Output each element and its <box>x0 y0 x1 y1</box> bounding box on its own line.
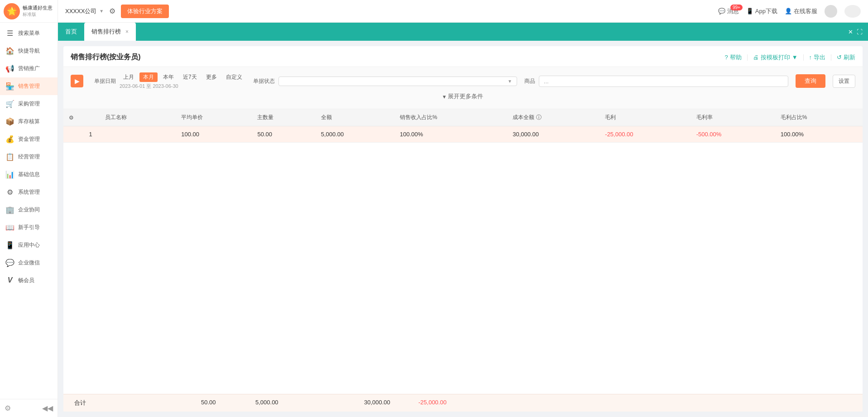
goods-label: 商品 <box>524 77 535 85</box>
sidebar-item-label: 快捷导航 <box>18 47 40 55</box>
tab-home[interactable]: 首页 <box>58 23 84 41</box>
guide-icon: 📖 <box>5 223 14 232</box>
print-label: 按模板打印 <box>761 53 790 62</box>
member-icon: V <box>5 276 14 284</box>
tab-sales-ranking-label: 销售排行榜 <box>91 28 121 36</box>
print-btn[interactable]: 🖨 按模板打印 ▼ <box>753 53 798 62</box>
col-rank <box>82 109 100 126</box>
page-title: 销售排行榜(按业务员) <box>71 53 141 62</box>
help-label: 帮助 <box>730 53 742 62</box>
row-cost: 30,000.00 <box>507 126 599 143</box>
table-footer: 合计 50.00 5,000.00 30,000.00 -25,000.00 <box>63 394 863 412</box>
sidebar-item-marketing[interactable]: 📢 营销推广 <box>0 60 58 77</box>
tabs-right-actions: ✕ ⛶ <box>848 29 868 35</box>
data-table: ⚙ 员工名称 平均单价 主数量 全额 销售收入占比% 成本全额 ⓘ 毛利 毛利率… <box>63 109 863 143</box>
tab-sales-ranking[interactable]: 销售排行榜 × <box>84 23 136 41</box>
status-select-arrow: ▼ <box>508 79 512 84</box>
status-label: 单据状态 <box>253 77 275 85</box>
goods-filter: 商品 ... <box>524 76 788 87</box>
sidebar-item-system[interactable]: ⚙ 系统管理 <box>0 183 58 201</box>
company-dropdown-arrow: ▼ <box>99 9 104 14</box>
date-tabs: 上月 本月 本年 近7天 更多 自定义 <box>120 72 246 82</box>
date-filter: 单据日期 上月 本月 本年 近7天 更多 自定义 2023-06-01 至 20… <box>94 72 246 90</box>
filter-settings-btn[interactable]: 设置 <box>833 75 855 88</box>
date-tab-custom[interactable]: 自定义 <box>222 72 246 82</box>
sidebar-item-member[interactable]: V 畅会员 <box>0 272 58 289</box>
service-label: 在线客服 <box>794 7 817 15</box>
sidebar-item-wechat[interactable]: 💬 企业微信 <box>0 254 58 272</box>
goods-input[interactable]: ... <box>539 76 788 87</box>
col-settings[interactable]: ⚙ <box>63 109 82 126</box>
sidebar-item-label: 企业协同 <box>18 206 40 214</box>
filter-toggle-btn[interactable]: ▶ <box>71 75 83 87</box>
row-name <box>100 126 176 143</box>
status-filter: 单据状态 ▼ <box>253 77 517 86</box>
table-row: 1 100.00 50.00 5,000.00 100.00% 30,000.0… <box>63 126 863 143</box>
industry-btn[interactable]: 体验行业方案 <box>121 5 169 18</box>
sidebar-item-app-center[interactable]: 📱 应用中心 <box>0 236 58 254</box>
service-btn[interactable]: 👤 在线客服 <box>785 7 817 15</box>
topbar-settings-icon[interactable]: ⚙ <box>109 7 115 15</box>
goods-more-icon: ... <box>544 78 549 85</box>
date-tab-this-month[interactable]: 本月 <box>139 72 158 82</box>
expand-row: ▾ 展开更多条件 <box>71 90 855 103</box>
export-label: 导出 <box>814 53 825 62</box>
page-header: 销售排行榜(按业务员) ? 帮助 🖨 按模板打印 ▼ ↑ <box>63 46 863 67</box>
company-selector[interactable]: XXXXX公司 ▼ <box>65 7 104 15</box>
col-name: 员工名称 <box>100 109 176 126</box>
sidebar-item-operations[interactable]: 📋 经营管理 <box>0 148 58 166</box>
sidebar-item-finance[interactable]: 💰 资金管理 <box>0 130 58 148</box>
date-tab-last-month[interactable]: 上月 <box>120 72 138 82</box>
query-btn[interactable]: 查询 <box>796 74 825 88</box>
col-gross-rate: 毛利率 <box>691 109 775 126</box>
content-inner: 销售排行榜(按业务员) ? 帮助 🖨 按模板打印 ▼ ↑ <box>63 46 863 412</box>
purchase-icon: 🛒 <box>5 100 14 108</box>
maximize-icon[interactable]: ⛶ <box>857 29 863 35</box>
content-area: 销售排行榜(按业务员) ? 帮助 🖨 按模板打印 ▼ ↑ <box>58 41 868 417</box>
refresh-icon: ↺ <box>837 54 842 61</box>
footer-qty: 50.00 <box>196 399 250 407</box>
refresh-btn[interactable]: ↺ 刷新 <box>837 53 855 62</box>
logo-sub: 标准版 <box>23 11 53 18</box>
row-gross-rate: -500.00% <box>691 126 775 143</box>
close-window-icon[interactable]: ✕ <box>848 29 853 35</box>
sidebar-item-label: 新手引导 <box>18 224 40 231</box>
sidebar-item-label: 基础信息 <box>18 171 40 178</box>
footer-amount: 5,000.00 <box>250 399 304 407</box>
wechat-icon: 💬 <box>5 259 14 267</box>
status-select[interactable]: ▼ <box>278 77 517 86</box>
main-area: XXXXX公司 ▼ ⚙ 体验行业方案 💬 消息 99+ 📱 App下载 👤 在线… <box>58 0 868 417</box>
app-download-btn[interactable]: 📱 App下载 <box>746 7 777 15</box>
service-icon: 👤 <box>785 8 792 14</box>
export-btn[interactable]: ↑ 导出 <box>809 53 826 62</box>
sidebar-item-enterprise[interactable]: 🏢 企业协同 <box>0 201 58 219</box>
tab-close-icon[interactable]: × <box>125 29 129 35</box>
sidebar: 🌟 畅康通好生意 标准版 ☰ 搜索菜单 🏠 快捷导航 📢 营销推广 🏪 销售管理… <box>0 0 58 417</box>
sidebar-item-inventory[interactable]: 📦 库存核算 <box>0 113 58 130</box>
sidebar-item-basic-info[interactable]: 📊 基础信息 <box>0 166 58 183</box>
date-tab-7days[interactable]: 近7天 <box>179 72 201 82</box>
sidebar-bottom: ⚙ ◀◀ <box>0 399 58 417</box>
settings-bottom-icon[interactable]: ⚙ <box>5 404 11 412</box>
message-btn[interactable]: 💬 消息 99+ <box>718 7 739 15</box>
date-tab-this-year[interactable]: 本年 <box>159 72 177 82</box>
help-btn[interactable]: ? 帮助 <box>724 53 741 62</box>
sidebar-item-sales[interactable]: 🏪 销售管理 <box>0 77 58 95</box>
inventory-icon: 📦 <box>5 117 14 126</box>
sidebar-item-label: 库存核算 <box>18 118 40 125</box>
sidebar-item-quick-nav[interactable]: 🏠 快捷导航 <box>0 42 58 60</box>
app-download-label: App下载 <box>755 7 777 15</box>
home-icon: 🏠 <box>5 47 14 55</box>
sidebar-nav: ☰ 搜索菜单 🏠 快捷导航 📢 营销推广 🏪 销售管理 🛒 采购管理 📦 库存核… <box>0 23 58 399</box>
marketing-icon: 📢 <box>5 64 14 73</box>
collapse-icon[interactable]: ◀◀ <box>42 404 53 412</box>
avatar[interactable] <box>825 5 837 18</box>
sidebar-item-purchase[interactable]: 🛒 采购管理 <box>0 95 58 113</box>
sidebar-item-label: 搜索菜单 <box>18 29 40 37</box>
sidebar-item-search[interactable]: ☰ 搜索菜单 <box>0 24 58 42</box>
row-settings <box>63 126 82 143</box>
sidebar-item-guide[interactable]: 📖 新手引导 <box>0 219 58 236</box>
date-tab-more[interactable]: 更多 <box>202 72 221 82</box>
expand-conditions-btn[interactable]: ▾ 展开更多条件 <box>443 92 483 101</box>
sidebar-item-label: 畅会员 <box>18 277 34 284</box>
